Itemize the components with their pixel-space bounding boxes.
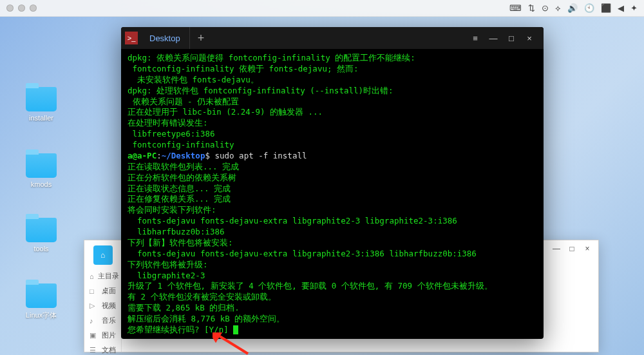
- fm-window-controls: — □ ×: [545, 240, 598, 258]
- tray-icon[interactable]: ⬛: [601, 3, 611, 13]
- tray-icon[interactable]: ⇅: [528, 3, 535, 13]
- fm-sidebar-item-label: 图片: [102, 331, 116, 340]
- fm-sidebar-item[interactable]: ▷视频: [84, 298, 121, 313]
- terminal-line: libharfbuzz0b:i386: [128, 227, 537, 238]
- fm-sidebar-item-icon: ▣: [90, 331, 98, 340]
- terminal-line: 您希望继续执行吗? [Y/n]: [128, 325, 537, 336]
- desktop-icon-label: Linux字体: [15, 311, 67, 320]
- fm-sidebar-item-label: 文档: [102, 345, 116, 355]
- fm-sidebar-item-icon: □: [90, 287, 98, 295]
- folder-icon: [26, 218, 57, 242]
- terminal-line: dpkg: 依赖关系问题使得 fontconfig-infinality 的配置…: [128, 53, 537, 64]
- fm-close-button[interactable]: ×: [582, 244, 593, 254]
- close-dot[interactable]: [6, 5, 14, 12]
- desktop-folder-tools[interactable]: tools: [15, 218, 67, 253]
- terminal-line: 正在修复依赖关系... 完成: [128, 194, 537, 205]
- terminal-line: 下列软件包将被升级:: [128, 260, 537, 271]
- terminal-close-button[interactable]: ×: [523, 34, 536, 43]
- terminal-line: 正在处理用于 libc-bin (2.24-9) 的触发器 ...: [128, 107, 537, 118]
- desktop-icon-label: kmods: [15, 180, 67, 188]
- terminal-menu-button[interactable]: ≡: [469, 34, 482, 43]
- fm-sidebar-item[interactable]: ▣图片: [84, 328, 121, 343]
- fm-minimize-button[interactable]: —: [551, 244, 562, 254]
- fm-sidebar-item-label: 视频: [102, 301, 116, 311]
- terminal-maximize-button[interactable]: □: [505, 34, 518, 43]
- terminal-line: dpkg: 处理软件包 fontconfig-infinality (--ins…: [128, 86, 537, 97]
- terminal-tab[interactable]: Desktop: [140, 27, 190, 49]
- tray-icon[interactable]: ⊙: [542, 3, 549, 13]
- fm-sidebar-item-icon: ☰: [90, 346, 98, 354]
- fm-sidebar-item-label: 音乐: [102, 316, 116, 325]
- terminal-line: fonts-dejavu fonts-dejavu-extra libgraph…: [128, 249, 537, 260]
- terminal-line: 在处理时有错误发生:: [128, 118, 537, 129]
- terminal-titlebar[interactable]: >_ Desktop + ≡ — □ ×: [121, 27, 544, 49]
- tray-icon[interactable]: ⌨: [509, 3, 522, 13]
- desktop-folder-Linux字体[interactable]: Linux字体: [15, 283, 67, 320]
- tray-icon[interactable]: ◀: [618, 3, 624, 13]
- folder-icon: [26, 153, 57, 178]
- terminal-window-controls: ≡ — □ ×: [469, 34, 540, 43]
- fm-maximize-button[interactable]: □: [566, 244, 578, 254]
- fm-app-icon: ⌂: [93, 245, 113, 265]
- desktop-icon-label: installer: [15, 114, 67, 122]
- fm-sidebar-item[interactable]: ⌂主目录: [84, 269, 121, 283]
- fm-sidebar-item[interactable]: ♪音乐: [84, 313, 121, 328]
- terminal-line: 解压缩后会消耗 8,776 kB 的额外空间。: [128, 314, 537, 325]
- tray-icon[interactable]: 🔊: [567, 3, 578, 13]
- desktop-folder-kmods[interactable]: kmods: [15, 153, 67, 188]
- fm-sidebar-item-icon: ♪: [90, 317, 98, 325]
- terminal-line: 依赖关系问题 - 仍未被配置: [128, 97, 537, 108]
- terminal-line: fontconfig-infinality: [128, 140, 537, 151]
- desktop-icon-label: tools: [15, 245, 67, 253]
- fm-sidebar: ⌂ ⌂主目录□桌面▷视频♪音乐▣图片☰文档: [84, 240, 122, 352]
- terminal-line: 下列【新】软件包将被安装:: [128, 238, 537, 249]
- fm-sidebar-item-icon: ⌂: [90, 273, 94, 280]
- system-topbar: ⌨⇅⊙⟡🔊🕙⬛◀✦: [0, 0, 644, 17]
- folder-icon: [26, 87, 57, 111]
- fm-sidebar-item[interactable]: □桌面: [84, 283, 121, 298]
- folder-icon: [26, 283, 57, 308]
- terminal-cursor: [233, 325, 238, 334]
- fm-sidebar-item[interactable]: ☰文档: [84, 343, 121, 355]
- tray-icon[interactable]: ✦: [630, 3, 638, 13]
- new-tab-button[interactable]: +: [190, 32, 213, 45]
- desktop-folder-installer[interactable]: installer: [15, 87, 67, 122]
- zoom-dot[interactable]: [30, 5, 37, 12]
- terminal-line: 升级了 1 个软件包, 新安装了 4 个软件包, 要卸载 0 个软件包, 有 7…: [128, 281, 537, 292]
- terminal-tab-icon: >_: [125, 32, 138, 44]
- window-traffic-lights: [6, 5, 37, 12]
- tray-icon[interactable]: 🕙: [584, 3, 594, 13]
- terminal-line: 将会同时安装下列软件:: [128, 205, 537, 216]
- terminal-line: 正在分析软件包的依赖关系树: [128, 173, 537, 184]
- fm-sidebar-item-label: 桌面: [102, 286, 116, 296]
- terminal-line: fonts-dejavu fonts-dejavu-extra libgraph…: [128, 216, 537, 227]
- terminal-line: libgraphite2-3: [128, 271, 537, 282]
- terminal-line: libfreetype6:i386: [128, 129, 537, 140]
- fm-sidebar-item-label: 主目录: [98, 271, 119, 281]
- fm-sidebar-item-icon: ▷: [90, 302, 98, 310]
- terminal-output[interactable]: dpkg: 依赖关系问题使得 fontconfig-infinality 的配置…: [121, 49, 544, 339]
- terminal-line: 正在读取状态信息... 完成: [128, 184, 537, 195]
- terminal-line: 需要下载 2,865 kB 的归档.: [128, 303, 537, 314]
- tray-icon[interactable]: ⟡: [555, 3, 561, 14]
- minimize-dot[interactable]: [18, 5, 25, 12]
- terminal-line: 有 2 个软件包没有被完全安装或卸载。: [128, 292, 537, 303]
- terminal-line: fontconfig-infinality 依赖于 fonts-dejavu; …: [128, 64, 537, 75]
- terminal-line: 未安装软件包 fonts-dejavu。: [128, 75, 537, 86]
- terminal-minimize-button[interactable]: —: [487, 34, 500, 43]
- terminal-line: 正在读取软件包列表... 完成: [128, 162, 537, 173]
- terminal-line: a@a-PC:~/Desktop$ sudo apt -f install: [128, 151, 537, 162]
- terminal-window[interactable]: >_ Desktop + ≡ — □ × dpkg: 依赖关系问题使得 font…: [121, 27, 544, 339]
- tray-icons: ⌨⇅⊙⟡🔊🕙⬛◀✦: [509, 3, 638, 14]
